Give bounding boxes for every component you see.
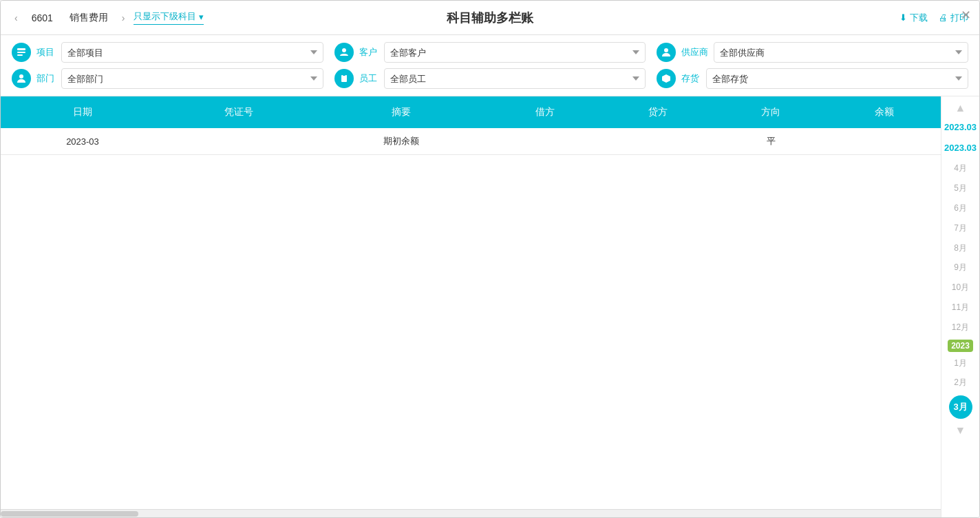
table-row: 2023-03期初余额平: [1, 128, 941, 155]
col-summary: 摘要: [314, 96, 489, 128]
supplier-select[interactable]: 全部供应商: [714, 42, 968, 63]
rp-item-10[interactable]: 10月: [941, 278, 979, 298]
show-sub-label: 只显示下级科目: [134, 10, 196, 23]
rp-item-12[interactable]: 12月: [941, 318, 979, 338]
rp-item-4[interactable]: 4月: [941, 158, 979, 178]
cell-voucher: [164, 128, 314, 155]
table-area: 日期 凭证号 摘要 借方 贷方 方向 余额 2023-03期初余额平: [1, 96, 941, 517]
svg-rect-0: [17, 48, 25, 50]
svg-rect-5: [341, 75, 347, 82]
main-window: ‹ 6601 销售费用 › 只显示下级科目 ▾ 科目辅助多栏账 ⬇ 下载 🖨 打…: [0, 0, 980, 518]
cell-direction: 平: [714, 128, 827, 155]
cell-summary: 期初余额: [314, 128, 489, 155]
prev-account-button[interactable]: ‹: [12, 11, 21, 25]
rp-item-5[interactable]: 5月: [941, 178, 979, 198]
customer-select[interactable]: 全部客户: [384, 42, 646, 63]
project-icon: [12, 43, 31, 62]
cell-balance: [828, 128, 941, 155]
download-button[interactable]: ⬇ 下载: [899, 12, 928, 24]
rp-item-8[interactable]: 8月: [941, 238, 979, 258]
year-badge-2023: 2023: [948, 340, 973, 352]
svg-point-3: [664, 48, 668, 52]
employee-select[interactable]: 全部员工: [384, 68, 646, 89]
col-credit: 贷方: [601, 96, 714, 128]
project-select[interactable]: 全部项目: [61, 42, 323, 63]
show-sub-button[interactable]: 只显示下级科目 ▾: [134, 10, 204, 25]
close-button[interactable]: ✕: [961, 8, 971, 23]
next-account-button[interactable]: ›: [119, 11, 128, 25]
project-label: 项目: [36, 46, 56, 59]
department-select[interactable]: 全部部门: [61, 68, 323, 89]
rp-item-6[interactable]: 6月: [941, 198, 979, 218]
rp-item-2023-03-second[interactable]: 2023.03: [941, 138, 979, 158]
filter-employee: 员工 全部员工: [334, 68, 646, 89]
scrollbar-thumb: [1, 511, 138, 517]
supplier-label: 供应商: [681, 46, 708, 59]
rp-item-2[interactable]: 2月: [941, 373, 979, 393]
account-name: 销售费用: [64, 10, 114, 25]
svg-rect-6: [343, 74, 345, 76]
ledger-table: 日期 凭证号 摘要 借方 贷方 方向 余额 2023-03期初余额平: [1, 96, 941, 155]
filter-department: 部门 全部部门: [12, 68, 323, 89]
department-icon: [12, 69, 31, 88]
svg-rect-1: [17, 52, 25, 53]
filter-inventory: 存货 全部存货: [657, 68, 968, 89]
inventory-icon: [657, 69, 676, 88]
titlebar-left: ‹ 6601 销售费用 › 只显示下级科目 ▾: [12, 10, 204, 25]
col-debit: 借方: [489, 96, 601, 128]
rp-item-1[interactable]: 1月: [941, 353, 979, 373]
rp-item-3-active[interactable]: 3月: [949, 395, 972, 419]
filter-area: 项目 全部项目 客户 全部客户 供应商 全部供应商: [1, 35, 979, 96]
supplier-icon: [657, 43, 676, 62]
dropdown-arrow-icon: ▾: [199, 12, 204, 22]
download-label: 下载: [910, 12, 928, 24]
filter-project: 项目 全部项目: [12, 42, 323, 63]
col-balance: 余额: [828, 96, 941, 128]
customer-label: 客户: [359, 46, 379, 59]
col-voucher: 凭证号: [164, 96, 314, 128]
department-label: 部门: [36, 72, 56, 85]
rp-item-11[interactable]: 11月: [941, 298, 979, 318]
svg-point-4: [19, 74, 23, 79]
employee-label: 员工: [359, 72, 379, 85]
col-direction: 方向: [714, 96, 827, 128]
inventory-label: 存货: [681, 72, 701, 85]
inventory-select[interactable]: 全部存货: [706, 68, 968, 89]
table-header-row: 日期 凭证号 摘要 借方 贷方 方向 余额: [1, 96, 941, 128]
account-code: 6601: [26, 11, 58, 25]
right-panel: ▲ 2023.03 2023.03 4月 5月 6月 7月 8月 9月 10月 …: [941, 96, 979, 517]
employee-icon: [334, 69, 354, 88]
cell-debit: [489, 128, 601, 155]
svg-rect-2: [17, 54, 23, 56]
cell-credit: [601, 128, 714, 155]
filter-supplier: 供应商 全部供应商: [657, 42, 968, 63]
titlebar-right: ⬇ 下载 🖨 打印 ✕: [899, 12, 968, 24]
scroll-down-button[interactable]: ▼: [952, 422, 969, 439]
print-icon: 🖨: [939, 12, 948, 23]
rp-item-7[interactable]: 7月: [941, 218, 979, 238]
rp-item-9[interactable]: 9月: [941, 258, 979, 278]
col-date: 日期: [1, 96, 164, 128]
page-title: 科目辅助多栏账: [447, 10, 533, 26]
horizontal-scrollbar[interactable]: [1, 509, 941, 517]
customer-icon: [334, 43, 354, 62]
rp-item-2023-03-top[interactable]: 2023.03: [941, 117, 979, 138]
main-content: 日期 凭证号 摘要 借方 贷方 方向 余额 2023-03期初余额平: [1, 96, 979, 517]
cell-date: 2023-03: [1, 128, 164, 155]
scroll-up-button[interactable]: ▲: [952, 99, 969, 117]
filter-customer: 客户 全部客户: [334, 42, 646, 63]
titlebar: ‹ 6601 销售费用 › 只显示下级科目 ▾ 科目辅助多栏账 ⬇ 下载 🖨 打…: [1, 1, 979, 35]
download-icon: ⬇: [899, 12, 907, 23]
